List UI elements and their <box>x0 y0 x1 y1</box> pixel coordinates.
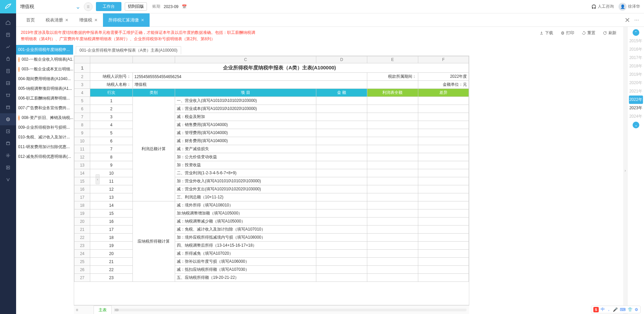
reset-button[interactable]: 重置 <box>582 30 595 36</box>
year-2017年[interactable]: 2017年 <box>629 54 643 62</box>
right-collapse-icon[interactable]: › <box>623 27 627 314</box>
more-tabs-icon[interactable]: ⋯ <box>634 17 639 23</box>
nav-bag-icon[interactable] <box>0 53 16 65</box>
year-2020年[interactable]: 2020年 <box>629 79 643 87</box>
nav-shirt-icon[interactable] <box>0 89 16 101</box>
main: 增值税 ⌄ 工作台 切到旧版 账期 2023-09 📅 🎧人工咨询 👤徐泽华 首… <box>16 0 644 314</box>
svg-rect-9 <box>561 33 564 34</box>
nav-home-icon[interactable] <box>0 17 16 29</box>
list-round-button[interactable] <box>84 2 93 11</box>
sheet-title-tab[interactable]: 001-企业所得税年度纳税申报表（A类）主表(A100000) <box>76 46 181 54</box>
headset-icon: 🎧 <box>591 4 596 9</box>
chevron-down-icon: ⌄ <box>75 3 80 10</box>
nav-book-icon[interactable] <box>0 29 16 41</box>
svg-rect-8 <box>6 166 9 169</box>
table-title: 企业所得税年度纳税申报表（A类）主表(A100000) <box>90 63 469 73</box>
toolbar-actions: 下载 打印 重置 刷新 <box>539 30 616 36</box>
company-select[interactable]: 增值税 ⌄ <box>20 3 80 10</box>
refresh-button[interactable]: 刷新 <box>603 30 616 36</box>
ime-keyboard-icon[interactable]: ⌨ <box>620 307 626 312</box>
nav-settings-icon[interactable] <box>0 149 16 162</box>
ime-skin-icon[interactable]: 👕 <box>628 307 633 312</box>
period-value: 2023-09 <box>164 4 178 9</box>
nav-icons <box>0 13 16 314</box>
app-logo <box>0 0 16 13</box>
ime-punct[interactable]: ， <box>607 307 611 312</box>
form-item-10[interactable]: 011-研发费用加计扣除优惠... <box>16 142 73 152</box>
table-row: 51利润总额计算一、营业收入(填写A101010\101020\103000) <box>74 97 469 105</box>
nav-archive-icon[interactable] <box>0 137 16 149</box>
svg-rect-1 <box>7 69 9 73</box>
tab-0[interactable]: 首页 <box>21 13 40 27</box>
form-item-3[interactable]: 004-期间费用明细表(A1040... <box>16 74 73 84</box>
sheet-tabs: ≡ 主表 <box>74 305 469 314</box>
form-item-9[interactable]: 010-免税、减计收入及加计... <box>16 132 73 142</box>
form-list: 001-企业所得税年度纳税申...002-一般企业收入明细表(A1...003-… <box>16 45 73 314</box>
tab-3[interactable]: 所得税汇算清缴✕ <box>103 13 150 27</box>
nav-tax-icon[interactable] <box>0 113 16 125</box>
horizontal-scrollbar[interactable] <box>114 308 467 312</box>
nav-report-icon[interactable] <box>0 77 16 89</box>
form-item-5[interactable]: 006-职工薪酬纳税调整明细... <box>16 93 73 103</box>
workbench-button[interactable]: 工作台 <box>96 2 121 11</box>
nav-chart-icon[interactable] <box>0 41 16 53</box>
ime-bar: S 中 ， 🎤 ⌨ 👕 ⚙ <box>591 306 641 313</box>
year-2016年[interactable]: 2016年 <box>629 45 643 54</box>
svg-rect-3 <box>6 106 9 109</box>
grid[interactable]: CDEF1企业所得税年度纳税申报表（A类）主表(A100000)2纳税人识别号：… <box>74 56 469 305</box>
year-2023年[interactable]: 2023年 <box>629 104 643 112</box>
company-name: 增值税 <box>20 4 34 10</box>
form-item-6[interactable]: 007-广告费和业务宣传费跨... <box>16 103 73 113</box>
form-item-1[interactable]: 002-一般企业收入明细表(A1... <box>16 55 73 64</box>
tabbar: 首页税表清册✕增值税✕所得税汇算清缴✕ ✕ ⋯ <box>16 13 644 27</box>
nav-v-icon[interactable] <box>0 174 16 186</box>
svg-rect-6 <box>6 142 9 145</box>
year-2019年[interactable]: 2019年 <box>629 70 643 79</box>
form-item-2[interactable]: 003-一般企业成本支出明细... <box>16 64 73 74</box>
year-2024年[interactable]: 2024年 <box>629 112 643 121</box>
year-up-icon[interactable]: ⌃ <box>633 29 639 36</box>
sheet-nav: ≡ <box>74 308 80 312</box>
tab-close-icon[interactable]: ✕ <box>141 18 144 22</box>
notice-text: 2019年度涉及取以前年度结转数据的申报表单元格需要手工维护正确，才能保证本年及… <box>21 29 256 42</box>
tab-2[interactable]: 增值税✕ <box>74 13 103 27</box>
left-sidebar <box>0 0 16 314</box>
download-button[interactable]: 下载 <box>539 30 553 36</box>
ime-lang[interactable]: 中 <box>601 307 605 312</box>
calendar-icon[interactable]: 📅 <box>182 4 187 9</box>
tab-close-icon[interactable]: ✕ <box>94 18 98 22</box>
year-2018年[interactable]: 2018年 <box>629 62 643 70</box>
svg-point-4 <box>6 118 9 121</box>
tab-close-icon[interactable]: ✕ <box>65 18 68 22</box>
period-label: 账期 <box>152 4 160 9</box>
sheet-area: 001-企业所得税年度纳税申报表（A类）主表(A100000) CDEF1企业所… <box>73 45 623 314</box>
ime-settings-icon[interactable]: ⚙ <box>635 307 638 312</box>
sheet-tab-main[interactable]: 主表 <box>94 306 112 314</box>
svg-point-7 <box>7 155 9 156</box>
nav-transfer-icon[interactable] <box>0 125 16 137</box>
tab-1[interactable]: 税表清册✕ <box>40 13 74 27</box>
nav-play-icon[interactable] <box>0 162 16 174</box>
ime-logo-icon: S <box>593 307 599 312</box>
year-2021年[interactable]: 2021年 <box>629 87 643 96</box>
nav-doc-icon[interactable] <box>0 65 16 77</box>
ime-mic-icon[interactable]: 🎤 <box>613 307 618 312</box>
form-item-11[interactable]: 012-减免所得税优惠明细表(... <box>16 152 73 162</box>
year-2022年[interactable]: 2022年 <box>629 96 643 104</box>
nav-first-icon[interactable]: ≡ <box>76 308 78 312</box>
avatar-icon: 👤 <box>619 3 627 11</box>
consult-button[interactable]: 🎧人工咨询 <box>591 4 614 9</box>
nav-calendar-icon[interactable] <box>0 101 16 113</box>
topbar: 增值税 ⌄ 工作台 切到旧版 账期 2023-09 📅 🎧人工咨询 👤徐泽华 <box>16 0 644 13</box>
table-row: 1814应纳税所得额计算减：境外所得（填写A108010） <box>74 201 469 209</box>
year-down-icon[interactable]: ⌃ <box>633 122 639 128</box>
form-item-0[interactable]: 001-企业所得税年度纳税申... <box>16 45 73 55</box>
print-button[interactable]: 打印 <box>560 30 574 36</box>
switch-old-button[interactable]: 切到旧版 <box>125 2 147 11</box>
year-2015年[interactable]: 2015年 <box>629 37 643 45</box>
form-item-7[interactable]: 008-资产折旧、摊销及纳税... <box>16 113 73 123</box>
form-item-8[interactable]: 009-企业所得税弥补亏损明... <box>16 123 73 132</box>
user-menu[interactable]: 👤徐泽华 <box>619 3 640 11</box>
close-all-tabs-icon[interactable]: ✕ <box>625 16 630 24</box>
form-item-4[interactable]: 005-纳税调整项目明细表(A1... <box>16 84 73 93</box>
